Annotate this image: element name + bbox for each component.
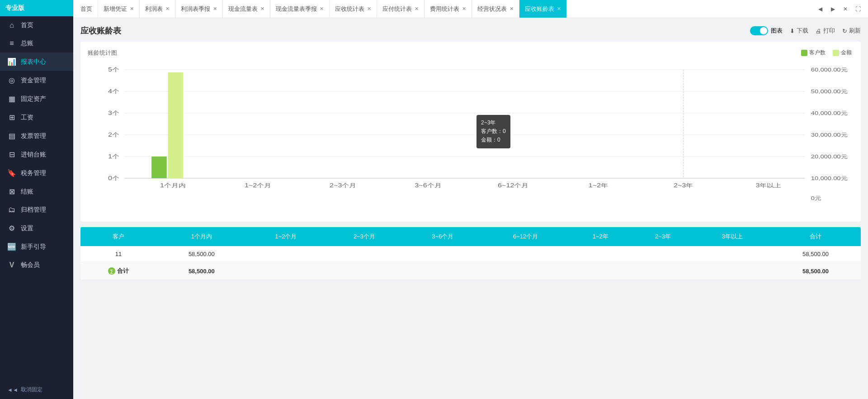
sidebar-item-settings[interactable]: ⚙ 设置: [0, 219, 73, 238]
table-total-row: ∑ 合计 58,500.00 58,500.00: [80, 262, 861, 280]
sidebar-item-archive[interactable]: 🗂 归档管理: [0, 201, 73, 219]
col-y23: 2~3年: [632, 227, 694, 246]
tab-payable-stat[interactable]: 应付统计表 ✕: [377, 0, 425, 18]
svg-text:50,000.00元: 50,000.00元: [811, 89, 847, 95]
col-y12: 1~2年: [569, 227, 632, 246]
tab-expense-stat[interactable]: 费用统计表 ✕: [425, 0, 472, 18]
svg-text:1~2年: 1~2年: [589, 182, 608, 189]
settings-icon: ⚙: [7, 224, 16, 233]
cell-m612: [482, 246, 569, 262]
bar-amount-0: [168, 72, 183, 178]
guide-icon: 🆕: [7, 242, 16, 251]
print-icon: 🖨: [816, 28, 821, 34]
tab-close-expense-stat[interactable]: ✕: [462, 6, 466, 12]
chart-toggle[interactable]: [750, 26, 768, 35]
sidebar-item-home[interactable]: ⌂ 首页: [0, 16, 73, 34]
col-m612: 6~12个月: [482, 227, 569, 246]
report-icon: 📊: [7, 57, 16, 66]
svg-text:3个: 3个: [108, 110, 119, 116]
legend-customers: 客户数: [801, 49, 826, 57]
refresh-icon: ↻: [842, 28, 847, 34]
tab-close-cashflow-quarter[interactable]: ✕: [320, 6, 324, 12]
tab-nav-controls: ◀ ▶ ✕ ⛶: [812, 4, 866, 14]
tab-aging[interactable]: 应收账龄表 ✕: [519, 0, 567, 18]
sidebar-item-funds[interactable]: ◎ 资金管理: [0, 71, 73, 90]
tab-business-stat[interactable]: 经营状况表 ✕: [472, 0, 519, 18]
sidebar-item-guide[interactable]: 🆕 新手引导: [0, 238, 73, 256]
total-y12: [569, 262, 632, 280]
svg-text:2个: 2个: [108, 132, 119, 138]
svg-text:5个: 5个: [108, 66, 119, 73]
sidebar-item-label: 设置: [21, 224, 33, 233]
svg-text:0元: 0元: [811, 195, 821, 201]
tab-cashflow-quarter[interactable]: 现金流量表季报 ✕: [270, 0, 330, 18]
svg-text:0个: 0个: [108, 175, 119, 181]
tab-close-payable-stat[interactable]: ✕: [415, 6, 419, 12]
cell-y12: [569, 246, 632, 262]
tab-close-profit[interactable]: ✕: [165, 6, 170, 12]
sidebar-item-report[interactable]: 📊 报表中心: [0, 52, 73, 71]
page-header: 应收账龄表 图表 ⬇ 下载 🖨 打印 ↻ 刷新: [80, 25, 861, 36]
sidebar-item-label: 工资: [21, 114, 33, 122]
page-title: 应收账龄表: [80, 25, 121, 36]
unpin-icon: ◄◄: [7, 387, 18, 393]
total-icon: ∑: [108, 267, 115, 275]
chart-title: 账龄统计图: [88, 49, 854, 57]
cell-m1: 58,500.00: [156, 246, 247, 262]
sidebar-item-label: 总账: [21, 39, 33, 48]
sidebar-item-label: 归档管理: [21, 206, 46, 214]
tab-close-all[interactable]: ✕: [840, 4, 851, 14]
sidebar-item-label: 结账: [21, 188, 33, 196]
tab-voucher[interactable]: 新增凭证 ✕: [98, 0, 140, 18]
sidebar-item-label: 固定资产: [21, 95, 46, 103]
tab-maximize[interactable]: ⛶: [853, 4, 863, 14]
tab-scroll-left[interactable]: ◀: [815, 4, 826, 14]
sidebar-item-assets[interactable]: ▦ 固定资产: [0, 90, 73, 108]
col-m36: 3~6个月: [404, 227, 482, 246]
sidebar-item-salary[interactable]: ⊞ 工资: [0, 108, 73, 127]
sales-icon: ⊟: [7, 150, 16, 159]
tab-profit-quarter[interactable]: 利润表季报 ✕: [175, 0, 223, 18]
tab-close-receivable-stat[interactable]: ✕: [367, 6, 371, 12]
tab-profit[interactable]: 利润表 ✕: [140, 0, 175, 18]
tab-cashflow[interactable]: 现金流量表 ✕: [223, 0, 270, 18]
print-button[interactable]: 🖨 打印: [816, 27, 835, 35]
tab-close-profit-quarter[interactable]: ✕: [213, 6, 217, 12]
sidebar-item-tax[interactable]: 🔖 税务管理: [0, 164, 73, 182]
svg-text:20,000.00元: 20,000.00元: [811, 154, 847, 160]
col-m23: 2~3个月: [325, 227, 403, 246]
tab-close-aging[interactable]: ✕: [557, 6, 561, 12]
svg-text:1个: 1个: [108, 153, 119, 160]
tab-close-cashflow[interactable]: ✕: [260, 6, 264, 12]
archive-icon: 🗂: [7, 206, 16, 214]
salary-icon: ⊞: [7, 113, 16, 122]
legend-amount: 金额: [833, 49, 852, 57]
tab-receivable-stat[interactable]: 应收统计表 ✕: [330, 0, 377, 18]
chart-container: 账龄统计图 客户数 金额: [80, 42, 861, 222]
col-customer: 客户: [80, 227, 156, 246]
sidebar: 专业版 ⌂ 首页 ≡ 总账 📊 报表中心 ◎ 资金管理 ▦ 固定资产 ⊞ 工资 …: [0, 0, 73, 399]
tab-home[interactable]: 首页: [75, 0, 98, 18]
tab-close-business-stat[interactable]: ✕: [509, 6, 514, 12]
svg-text:3~6个月: 3~6个月: [415, 182, 441, 189]
funds-icon: ◎: [7, 76, 16, 85]
tab-scroll-right[interactable]: ▶: [827, 4, 838, 14]
svg-text:3年以上: 3年以上: [755, 182, 781, 189]
refresh-button[interactable]: ↻ 刷新: [842, 27, 861, 35]
bar-customers-0: [151, 157, 167, 178]
download-button[interactable]: ⬇ 下载: [790, 27, 808, 35]
col-total: 合计: [770, 227, 861, 246]
unpin-sidebar-button[interactable]: ◄◄ 取消固定: [0, 380, 73, 399]
sidebar-item-ledger[interactable]: ≡ 总账: [0, 34, 73, 52]
total-m36: [404, 262, 482, 280]
sidebar-item-close[interactable]: ⊠ 结账: [0, 182, 73, 201]
sidebar-item-member[interactable]: V 畅会员: [0, 256, 73, 274]
sidebar-item-invoice[interactable]: ▤ 发票管理: [0, 127, 73, 145]
cell-m36: [404, 246, 482, 262]
tab-close-voucher[interactable]: ✕: [130, 6, 134, 12]
total-label-text: 合计: [117, 267, 129, 275]
sidebar-item-sales[interactable]: ⊟ 进销台账: [0, 145, 73, 164]
page-content-area: 应收账龄表 图表 ⬇ 下载 🖨 打印 ↻ 刷新: [73, 18, 868, 399]
cell-customer: 11: [80, 246, 156, 262]
svg-text:1~2个月: 1~2个月: [245, 182, 271, 189]
